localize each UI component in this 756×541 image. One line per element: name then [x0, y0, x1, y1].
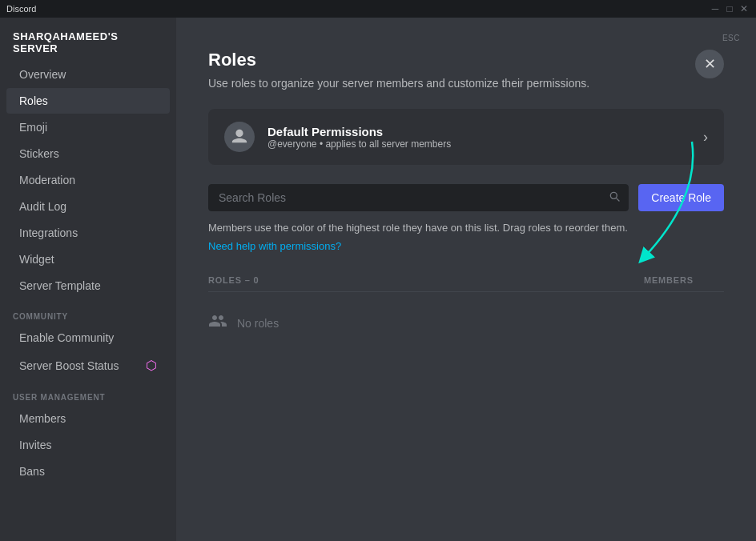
sidebar-item-audit-log[interactable]: Audit Log: [6, 194, 170, 219]
sidebar-item-integrations[interactable]: Integrations: [6, 220, 170, 246]
sidebar-item-invites[interactable]: Invites: [6, 432, 170, 458]
sidebar-item-label: Bans: [19, 465, 45, 478]
sidebar: SHARQAHAMEED'S SERVER Overview Roles Emo…: [0, 18, 176, 541]
default-permissions-card[interactable]: Default Permissions @everyone • applies …: [208, 109, 724, 165]
app-body: SHARQAHAMEED'S SERVER Overview Roles Emo…: [0, 18, 756, 541]
sidebar-item-stickers[interactable]: Stickers: [6, 141, 170, 166]
sidebar-item-label: Members: [19, 412, 66, 425]
close-label: ESC: [722, 34, 740, 42]
server-name: SHARQAHAMEED'S SERVER: [0, 18, 176, 61]
app-title: Discord: [6, 4, 36, 14]
sidebar-item-label: Emoji: [19, 121, 47, 134]
dp-subtitle: @everyone • applies to all server member…: [267, 138, 451, 150]
search-icon: [608, 190, 621, 206]
sidebar-item-server-template[interactable]: Server Template: [6, 273, 170, 299]
titlebar: Discord ─ □ ✕: [0, 0, 756, 18]
boost-icon: ⬡: [146, 358, 157, 373]
no-roles-text: No roles: [237, 317, 279, 330]
minimize-button[interactable]: ─: [710, 3, 721, 14]
close-icon: ✕: [704, 57, 716, 71]
sidebar-item-label: Invites: [19, 439, 51, 451]
sidebar-item-label: Audit Log: [19, 200, 66, 213]
sidebar-item-label: Roles: [19, 94, 48, 107]
search-input[interactable]: [208, 184, 629, 211]
info-text-content: Members use the color of the highest rol…: [208, 222, 628, 234]
window-controls: ─ □ ✕: [710, 3, 750, 14]
roles-col-header-members: MEMBERS: [644, 275, 724, 285]
no-roles-icon: [208, 311, 227, 335]
dp-title: Default Permissions: [267, 125, 451, 138]
help-permissions-link[interactable]: Need help with permissions?: [208, 240, 341, 252]
community-section-label: COMMUNITY: [0, 299, 176, 324]
sidebar-item-moderation[interactable]: Moderation: [6, 167, 170, 193]
sidebar-item-emoji[interactable]: Emoji: [6, 114, 170, 140]
sidebar-item-roles[interactable]: Roles: [6, 88, 170, 114]
main-content: ✕ ESC Roles Use roles to organize your s…: [176, 18, 756, 541]
no-roles-row: No roles: [208, 299, 724, 348]
sidebar-item-label: Moderation: [19, 174, 75, 186]
roles-col-header-name: ROLES – 0: [208, 275, 644, 285]
dp-text: Default Permissions @everyone • applies …: [267, 125, 451, 150]
dp-left: Default Permissions @everyone • applies …: [224, 122, 451, 152]
page-title: Roles: [208, 50, 724, 70]
close-area: ✕ ESC: [722, 34, 740, 42]
sidebar-item-label: Integrations: [19, 226, 78, 239]
search-wrapper: [208, 184, 629, 211]
sidebar-item-label: Overview: [19, 68, 66, 81]
close-window-button[interactable]: ✕: [738, 3, 750, 14]
sidebar-item-overview[interactable]: Overview: [6, 62, 170, 87]
sidebar-item-label: Enable Community: [19, 331, 114, 344]
sidebar-item-widget[interactable]: Widget: [6, 246, 170, 272]
create-role-button[interactable]: Create Role: [638, 184, 724, 211]
sidebar-item-bans[interactable]: Bans: [6, 459, 170, 484]
info-text: Members use the color of the highest rol…: [208, 221, 724, 235]
sidebar-item-members[interactable]: Members: [6, 406, 170, 431]
sidebar-item-label: Stickers: [19, 147, 59, 160]
user-management-section-label: USER MANAGEMENT: [0, 380, 176, 405]
roles-table-header: ROLES – 0 MEMBERS: [208, 266, 724, 292]
everyone-avatar: [224, 122, 255, 152]
sidebar-item-server-boost-status[interactable]: Server Boost Status ⬡: [6, 351, 170, 379]
search-create-row: Create Role: [208, 184, 724, 211]
sidebar-item-label: Server Template: [19, 279, 101, 292]
sidebar-item-label: Server Boost Status: [19, 359, 119, 372]
page-subtitle: Use roles to organize your server member…: [208, 77, 724, 90]
close-button[interactable]: ✕: [695, 50, 724, 78]
maximize-button[interactable]: □: [724, 3, 735, 14]
chevron-right-icon: ›: [703, 129, 708, 146]
sidebar-item-enable-community[interactable]: Enable Community: [6, 325, 170, 351]
sidebar-item-label: Widget: [19, 253, 54, 266]
